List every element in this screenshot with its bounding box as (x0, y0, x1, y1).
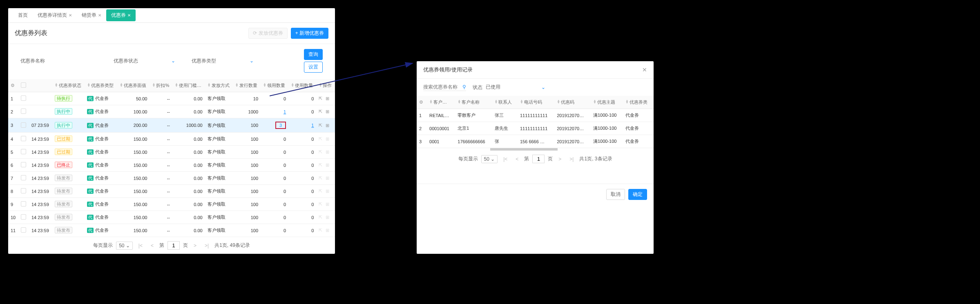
table-row[interactable]: 2 00010001 北京1 唐先生 11111111111 201912070… (417, 122, 654, 135)
confirm-button[interactable]: 确定 (628, 189, 647, 200)
table-row[interactable]: 3 0001 17666666666 张 156 6666 … 20191207… (417, 135, 654, 148)
sort-icon[interactable]: ▲▼ (319, 83, 322, 87)
modal-next-page-button[interactable]: > (556, 155, 564, 163)
modal-column-header[interactable]: ▲▼优惠码 (554, 96, 591, 109)
qrcode-icon[interactable]: ⊞ (326, 109, 329, 114)
add-coupon-button[interactable]: + 新增优惠券 (291, 28, 328, 39)
table-row[interactable]: 1 待执行 代代金券 50.00 -- 0.00 客户领取 10 0 0 ⇱⊞ (8, 92, 335, 105)
claimed-count-link[interactable]: 1 (284, 109, 286, 114)
column-header[interactable]: ▲▼领用数量 (261, 79, 288, 92)
sort-icon[interactable]: ▲▼ (458, 100, 461, 104)
share-icon[interactable]: ⇱ (319, 123, 322, 128)
modal-column-header[interactable]: ▲▼客户名称 (455, 96, 492, 109)
share-icon[interactable]: ⇱ (319, 149, 322, 155)
share-icon[interactable]: ⇱ (319, 228, 322, 233)
qrcode-icon[interactable]: ⊞ (326, 228, 329, 233)
sort-icon[interactable]: ▲▼ (87, 83, 90, 87)
table-row[interactable]: 10 14 23:59 待发布 代代金券 150.00 -- 0.00 客户领取… (8, 211, 335, 224)
share-icon[interactable]: ⇱ (319, 189, 322, 194)
column-header[interactable]: ⚙ (8, 79, 18, 92)
modal-column-header[interactable]: ⚙ (417, 96, 427, 109)
tab-优惠券[interactable]: 优惠券✕ (106, 9, 136, 21)
close-icon[interactable]: ✕ (69, 13, 72, 18)
modal-column-header[interactable]: ▲▼优惠券类 (623, 96, 654, 109)
sort-icon[interactable]: ▲▼ (263, 83, 266, 87)
first-page-button[interactable]: |< (136, 242, 145, 249)
sort-icon[interactable]: ▲▼ (55, 83, 58, 87)
qrcode-icon[interactable]: ⊞ (326, 149, 329, 155)
column-header[interactable]: ▲▼操作 (316, 79, 335, 92)
qrcode-icon[interactable]: ⊞ (326, 96, 329, 101)
row-checkbox[interactable] (21, 175, 26, 180)
modal-column-header[interactable]: ▲▼联系人 (492, 96, 518, 109)
row-checkbox[interactable] (21, 227, 26, 233)
row-checkbox[interactable] (21, 201, 26, 206)
close-icon[interactable]: ✕ (127, 13, 131, 18)
row-checkbox[interactable] (21, 122, 26, 128)
qrcode-icon[interactable]: ⊞ (326, 123, 329, 128)
modal-column-header[interactable]: ▲▼优惠主题 (591, 96, 623, 109)
row-checkbox[interactable] (21, 109, 26, 114)
sort-icon[interactable]: ▲▼ (429, 100, 433, 104)
sort-icon[interactable]: ▲▼ (495, 100, 498, 104)
share-icon[interactable]: ⇱ (319, 96, 322, 101)
sort-icon[interactable]: ▲▼ (625, 100, 629, 104)
settings-button[interactable]: 设置 (304, 62, 323, 73)
share-icon[interactable]: ⇱ (319, 136, 322, 142)
modal-prev-page-button[interactable]: < (513, 155, 521, 163)
filter-status-select[interactable]: ⌄ (141, 58, 175, 64)
qrcode-icon[interactable]: ⊞ (326, 189, 329, 194)
cancel-button[interactable]: 取消 (606, 189, 625, 200)
qrcode-icon[interactable]: ⊞ (326, 175, 329, 181)
gear-icon[interactable]: ⚙ (11, 83, 15, 88)
column-header[interactable]: ▲▼优惠券面值 (117, 79, 150, 92)
modal-column-header[interactable]: ▲▼客户… (427, 96, 455, 109)
share-icon[interactable]: ⇱ (319, 109, 322, 114)
column-header[interactable]: ▲▼优惠券类型 (85, 79, 117, 92)
distribute-coupon-button[interactable]: ⟳ 发放优惠券 (248, 28, 287, 39)
sort-icon[interactable]: ▲▼ (291, 83, 294, 87)
modal-column-header[interactable]: ▲▼电话号码 (518, 96, 554, 109)
table-row[interactable]: 5 14 23:59 已过期 代代金券 150.00 -- 0.00 客户领取 … (8, 146, 335, 159)
modal-per-page-select[interactable]: 50 ⌄ (481, 155, 498, 163)
filter-name-input[interactable] (48, 57, 97, 65)
tab-首页[interactable]: 首页 (13, 9, 33, 21)
modal-first-page-button[interactable]: |< (501, 155, 510, 163)
qrcode-icon[interactable]: ⊞ (326, 162, 329, 168)
qrcode-icon[interactable]: ⊞ (326, 202, 329, 207)
close-icon[interactable]: ✕ (98, 13, 101, 18)
page-input[interactable] (167, 241, 180, 250)
qrcode-icon[interactable]: ⊞ (326, 136, 329, 142)
table-row[interactable]: 4 14 23:59 已过期 代代金券 150.00 -- 0.00 客户领取 … (8, 133, 335, 146)
sort-icon[interactable]: ▲▼ (120, 83, 123, 87)
row-checkbox[interactable] (21, 149, 26, 154)
tab-优惠券详情页[interactable]: 优惠券详情页✕ (33, 9, 77, 21)
column-header[interactable] (18, 79, 29, 92)
table-row[interactable]: 9 14 23:59 待发布 代代金券 150.00 -- 0.00 客户领取 … (8, 198, 335, 211)
column-header[interactable] (29, 79, 52, 92)
claimed-count-highlighted[interactable]: 3 (275, 122, 286, 129)
modal-page-input[interactable] (532, 155, 545, 163)
table-row[interactable]: 7 14 23:59 待发布 代代金券 150.00 -- 0.00 客户领取 … (8, 172, 335, 185)
sort-icon[interactable]: ▲▼ (208, 83, 211, 87)
qrcode-icon[interactable]: ⊞ (326, 215, 329, 220)
column-header[interactable]: ▲▼折扣% (150, 79, 172, 92)
share-icon[interactable]: ⇱ (319, 202, 322, 207)
row-checkbox[interactable] (21, 188, 26, 193)
modal-status-select[interactable]: 已使用 ⌄ (486, 84, 545, 91)
tab-销货单[interactable]: 销货单✕ (77, 9, 106, 21)
row-checkbox[interactable] (21, 214, 26, 220)
row-checkbox[interactable] (21, 136, 26, 141)
table-row[interactable]: 2 执行中 代代金券 100.00 -- 0.00 客户领取 1000 1 0 … (8, 105, 335, 118)
column-header[interactable]: ▲▼使用数量 (288, 79, 316, 92)
table-row[interactable]: 11 14 23:59 待发布 代代金券 150.00 -- 0.00 客户领取… (8, 224, 335, 237)
prev-page-button[interactable]: < (148, 242, 156, 249)
row-checkbox[interactable] (21, 162, 26, 167)
select-all-checkbox[interactable] (21, 82, 26, 88)
last-page-button[interactable]: >| (202, 242, 211, 249)
filter-type-select[interactable]: ⌄ (219, 58, 253, 64)
modal-last-page-button[interactable]: >| (567, 155, 576, 163)
share-icon[interactable]: ⇱ (319, 162, 322, 168)
table-row[interactable]: 1 RETAIL… 零散客户 张三 11111111111 201912070…… (417, 109, 654, 122)
sort-icon[interactable]: ▲▼ (152, 83, 155, 87)
